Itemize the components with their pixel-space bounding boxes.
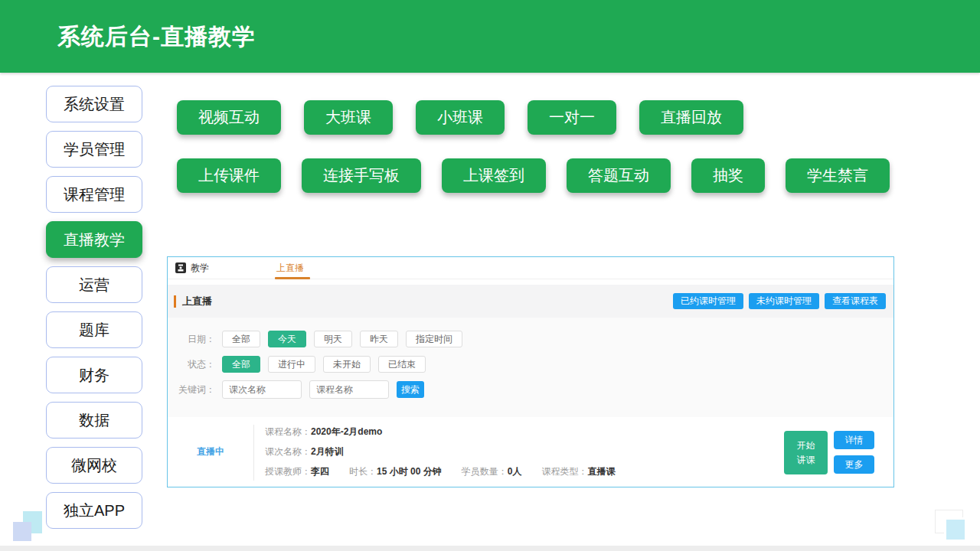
sidebar-item-course-management[interactable]: 课程管理	[46, 176, 142, 213]
tab-active-underline	[275, 277, 310, 279]
live-status-badge: 直播中	[197, 445, 224, 458]
filter-row-keyword: 关键词： 搜索	[168, 381, 893, 398]
booked-hours-management-button[interactable]: 已约课时管理	[673, 293, 743, 309]
status-chip-ended[interactable]: 已结束	[378, 356, 426, 373]
teacher-pair: 授课教师： 李四	[265, 465, 329, 478]
course-name-input[interactable]	[309, 380, 389, 399]
course-type-label: 课程类型：	[541, 465, 587, 478]
filter-row-date: 日期： 全部 今天 明天 昨天 指定时间	[168, 331, 893, 347]
page-title: 系统后台-直播教学	[57, 0, 256, 73]
date-chip-all[interactable]: 全部	[222, 331, 260, 347]
status-chip-in-progress[interactable]: 进行中	[268, 356, 315, 373]
filter-row-status: 状态： 全部 进行中 未开始 已结束	[168, 356, 893, 373]
unbooked-hours-management-button[interactable]: 未约课时管理	[749, 293, 819, 309]
session-name-line: 课次名称： 2月特训	[265, 445, 635, 458]
tab-go-live[interactable]: 上直播	[276, 257, 304, 279]
secondary-actions: 详情 更多	[834, 431, 874, 474]
date-chip-today[interactable]: 今天	[268, 331, 306, 347]
section-title: 上直播	[174, 295, 212, 308]
feature-upload-courseware-button[interactable]: 上传课件	[177, 158, 281, 193]
section-header-buttons: 已约课时管理 未约课时管理 查看课程表	[673, 293, 886, 309]
app-header: 系统后台-直播教学	[0, 0, 980, 73]
section-title-text: 上直播	[182, 295, 212, 308]
teacher-value: 李四	[311, 465, 329, 478]
duration-pair: 时长： 15 小时 00 分钟	[349, 465, 442, 478]
feature-buttons-row1: 视频互动 大班课 小班课 一对一 直播回放	[177, 100, 743, 135]
feature-video-interaction-button[interactable]: 视频互动	[177, 100, 281, 135]
course-details: 课程名称： 2020年-2月demo 课次名称： 2月特训 授课教师： 李四	[254, 417, 635, 487]
course-meta-line: 授课教师： 李四 时长： 15 小时 00 分钟 学员数量： 0人 课程类型	[265, 465, 635, 478]
feature-one-on-one-button[interactable]: 一对一	[528, 100, 616, 135]
search-button[interactable]: 搜索	[397, 381, 424, 398]
course-actions: 开始 讲课 详情 更多	[784, 431, 874, 474]
feature-buttons-row2: 上传课件 连接手写板 上课签到 答题互动 抽奖 学生禁言	[177, 158, 890, 193]
session-name-value: 2月特训	[311, 445, 344, 458]
tab-go-live-label: 上直播	[276, 262, 304, 275]
students-label: 学员数量：	[462, 465, 508, 478]
duration-value: 15 小时 00 分钟	[377, 465, 442, 478]
date-filter-label: 日期：	[168, 333, 215, 346]
more-button[interactable]: 更多	[834, 455, 874, 474]
feature-student-mute-button[interactable]: 学生禁言	[786, 158, 890, 193]
status-filter-label: 状态：	[168, 358, 215, 371]
decor-square-bottom-left-lavender	[13, 522, 31, 541]
feature-connect-tablet-button[interactable]: 连接手写板	[302, 158, 421, 193]
course-list: 直播中 课程名称： 2020年-2月demo 课次名称： 2月特训 授课教师：	[168, 417, 893, 487]
live-admin-panel: 教学 上直播 上直播 已约课时管理 未约课时管理 查看课程表 日期： 全部	[167, 256, 894, 487]
sidebar-item-question-bank[interactable]: 题库	[46, 311, 142, 348]
feature-quiz-interaction-button[interactable]: 答题互动	[567, 158, 671, 193]
filter-area: 日期： 全部 今天 明天 昨天 指定时间 状态： 全部 进行中 未开始 已结束	[168, 318, 893, 417]
feature-lottery-button[interactable]: 抽奖	[691, 158, 765, 193]
panel-brand: 教学	[175, 262, 209, 275]
course-name-label: 课程名称：	[265, 425, 311, 439]
feature-large-class-button[interactable]: 大班课	[304, 100, 393, 135]
status-chip-all[interactable]: 全部	[222, 356, 260, 373]
start-teaching-line2: 讲课	[797, 455, 815, 465]
start-teaching-line1: 开始	[797, 440, 815, 451]
view-timetable-button[interactable]: 查看课程表	[825, 293, 886, 309]
panel-tabbar: 教学 上直播	[168, 257, 893, 279]
session-name-input[interactable]	[222, 380, 302, 399]
date-filter-chips: 全部 今天 明天 昨天 指定时间	[222, 331, 462, 347]
sidebar-item-finance[interactable]: 财务	[46, 357, 142, 393]
course-name-value: 2020年-2月demo	[311, 425, 382, 439]
sidebar-item-standalone-app[interactable]: 独立APP	[46, 492, 142, 529]
session-name-label: 课次名称：	[265, 445, 311, 458]
sidebar-item-micro-school[interactable]: 微网校	[46, 447, 142, 484]
feature-small-class-button[interactable]: 小班课	[416, 100, 505, 135]
decor-square-bottom-right-cyan	[944, 517, 967, 542]
bottom-edge-strip	[0, 546, 980, 551]
teach-app-icon	[175, 262, 186, 273]
duration-label: 时长：	[349, 465, 377, 478]
date-chip-yesterday[interactable]: 昨天	[360, 331, 398, 347]
teacher-label: 授课教师：	[265, 465, 311, 478]
course-type-pair: 课程类型： 直播课	[541, 465, 615, 478]
panel-section-header: 上直播 已约课时管理 未约课时管理 查看课程表	[168, 285, 893, 318]
sidebar-item-system-settings[interactable]: 系统设置	[46, 86, 142, 122]
students-value: 0人	[508, 465, 522, 478]
status-chip-not-started[interactable]: 未开始	[323, 356, 371, 373]
date-chip-tomorrow[interactable]: 明天	[314, 331, 352, 347]
feature-class-checkin-button[interactable]: 上课签到	[442, 158, 546, 193]
status-filter-chips: 全部 进行中 未开始 已结束	[222, 356, 426, 373]
students-pair: 学员数量： 0人	[462, 465, 522, 478]
keyword-filter-label: 关键词：	[168, 383, 215, 396]
section-accent-bar	[174, 295, 176, 308]
sidebar-item-data[interactable]: 数据	[46, 402, 142, 439]
course-status-column: 直播中	[168, 417, 253, 487]
course-name-line: 课程名称： 2020年-2月demo	[265, 425, 635, 438]
page: 系统后台-直播教学 系统设置 学员管理 课程管理 直播教学 运营 题库 财务 数…	[0, 0, 980, 551]
sidebar-item-operations[interactable]: 运营	[46, 266, 142, 303]
panel-brand-label: 教学	[191, 262, 209, 275]
sidebar: 系统设置 学员管理 课程管理 直播教学 运营 题库 财务 数据 微网校 独立AP…	[46, 86, 142, 537]
details-button[interactable]: 详情	[834, 431, 874, 449]
start-teaching-button[interactable]: 开始 讲课	[784, 431, 828, 474]
feature-live-replay-button[interactable]: 直播回放	[639, 100, 743, 135]
date-chip-custom-time[interactable]: 指定时间	[406, 331, 462, 347]
sidebar-item-live-teaching[interactable]: 直播教学	[46, 221, 142, 258]
sidebar-item-student-management[interactable]: 学员管理	[46, 131, 142, 168]
course-row: 直播中 课程名称： 2020年-2月demo 课次名称： 2月特训 授课教师：	[168, 417, 893, 487]
course-type-value: 直播课	[587, 465, 615, 478]
